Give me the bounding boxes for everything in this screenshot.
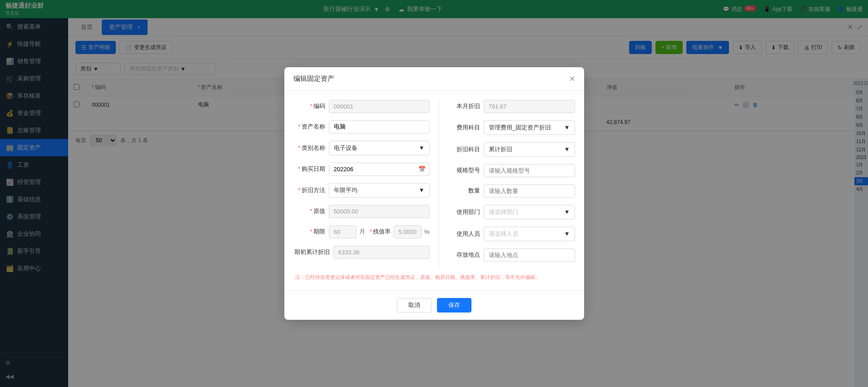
expense-subject-group: 费用科目 管理费用_固定资产折旧 ▼ <box>448 120 575 135</box>
modal-header: 编辑固定资产 ✕ <box>284 67 584 91</box>
modal-overlay[interactable]: 编辑固定资产 ✕ *编码 *资产名称 <box>0 0 868 387</box>
modal-title: 编辑固定资产 <box>293 74 334 83</box>
name-input[interactable] <box>329 120 430 134</box>
code-input[interactable] <box>329 100 430 113</box>
code-group: *编码 <box>293 100 430 113</box>
category-group: *类别名称 电子设备 ▼ <box>293 141 430 155</box>
location-group: 存放地点 <box>448 248 575 262</box>
calendar-icon[interactable]: 📅 <box>415 163 429 175</box>
period-group: *期限 月 *残值率 % <box>293 225 430 238</box>
modal-body: *编码 *资产名称 *类别名称 <box>284 91 584 291</box>
dept-select[interactable]: 请选择部门 ▼ <box>484 205 575 219</box>
dep-subject-group: 折旧科目 累计折旧 ▼ <box>448 142 575 157</box>
user-label: 使用人员 <box>448 230 480 238</box>
monthly-dep-group: 本月折旧 <box>448 100 575 113</box>
user-row: 使用人员 请选择人员 ▼ <box>448 227 575 241</box>
category-label: *类别名称 <box>293 144 325 152</box>
dep-subject-select[interactable]: 累计折旧 ▼ <box>484 142 575 157</box>
expense-subject-chevron-icon: ▼ <box>564 124 570 131</box>
user-select[interactable]: 请选择人员 ▼ <box>484 227 575 241</box>
original-value-label: *原值 <box>293 207 325 215</box>
dep-subject-row: 折旧科目 累计折旧 ▼ <box>448 142 575 157</box>
save-button[interactable]: 保存 <box>437 298 471 313</box>
expense-subject-label: 费用科目 <box>448 124 480 132</box>
residual-rate-input[interactable] <box>393 225 422 238</box>
category-select[interactable]: 电子设备 ▼ <box>329 141 430 155</box>
period-row: *期限 月 *残值率 % <box>293 225 430 238</box>
dept-label: 使用部门 <box>448 208 480 216</box>
location-input[interactable] <box>484 248 575 262</box>
monthly-dep-input <box>484 100 575 113</box>
dept-row: 使用部门 请选择部门 ▼ <box>448 205 575 219</box>
purchase-date-row: *购买日期 📅 <box>293 163 430 176</box>
location-row: 存放地点 <box>448 248 575 262</box>
dep-method-chevron-icon: ▼ <box>419 187 425 194</box>
name-label: *资产名称 <box>293 123 325 131</box>
purchase-date-group: *购买日期 📅 <box>293 163 430 176</box>
name-group: *资产名称 <box>293 120 430 134</box>
period-label: *期限 <box>293 228 325 236</box>
category-row: *类别名称 电子设备 ▼ <box>293 141 430 155</box>
modal-close-icon[interactable]: ✕ <box>569 74 575 83</box>
modal-note: 注：已经存在变更记录或者对应固定资产已经生成凭证，原值、购买日期、残值率、累计折… <box>293 273 575 282</box>
user-chevron-icon: ▼ <box>564 230 570 237</box>
initial-acc-dep-input[interactable] <box>333 246 430 259</box>
quantity-label: 数量 <box>448 187 480 195</box>
location-label: 存放地点 <box>448 251 480 259</box>
period-input[interactable] <box>329 225 357 238</box>
edit-asset-modal: 编辑固定资产 ✕ *编码 *资产名称 <box>284 67 584 320</box>
period-inline: 月 *残值率 % <box>329 225 430 238</box>
cancel-button[interactable]: 取消 <box>397 298 432 313</box>
quantity-row: 数量 <box>448 184 575 198</box>
modal-left-column: *编码 *资产名称 *类别名称 <box>293 100 430 269</box>
user-group: 使用人员 请选择人员 ▼ <box>448 227 575 241</box>
modal-columns: *编码 *资产名称 *类别名称 <box>293 100 575 269</box>
initial-acc-dep-row: 期初累计折旧 <box>293 246 430 259</box>
dept-chevron-icon: ▼ <box>564 208 570 215</box>
original-value-row: *原值 <box>293 205 430 218</box>
spec-model-label: 规格型号 <box>448 166 480 174</box>
spec-model-group: 规格型号 <box>448 164 575 177</box>
expense-subject-row: 费用科目 管理费用_固定资产折旧 ▼ <box>448 120 575 135</box>
modal-footer: 取消 保存 <box>284 290 584 320</box>
quantity-input[interactable] <box>484 184 575 198</box>
residual-rate-label: *残值率 <box>370 228 391 236</box>
code-label: *编码 <box>293 102 325 110</box>
date-input-wrapper: 📅 <box>329 163 430 176</box>
code-row: *编码 <box>293 100 430 113</box>
dep-method-select[interactable]: 年限平均 ▼ <box>329 183 430 198</box>
monthly-dep-label: 本月折旧 <box>448 102 480 110</box>
spec-model-input[interactable] <box>484 164 575 177</box>
monthly-dep-row: 本月折旧 <box>448 100 575 113</box>
dep-method-row: *折旧方法 年限平均 ▼ <box>293 183 430 198</box>
dep-subject-label: 折旧科目 <box>448 145 480 154</box>
original-value-input[interactable] <box>329 205 430 218</box>
expense-subject-select[interactable]: 管理费用_固定资产折旧 ▼ <box>484 120 575 135</box>
modal-divider <box>439 100 439 269</box>
purchase-date-input[interactable] <box>329 163 415 175</box>
category-chevron-icon: ▼ <box>419 144 425 151</box>
modal-right-column: 本月折旧 费用科目 管理费用_固定资产折旧 ▼ <box>448 100 575 269</box>
purchase-date-label: *购买日期 <box>293 165 325 173</box>
quantity-group: 数量 <box>448 184 575 198</box>
name-row: *资产名称 <box>293 120 430 134</box>
initial-acc-dep-group: 期初累计折旧 <box>293 246 430 259</box>
dep-method-label: *折旧方法 <box>293 186 325 194</box>
dept-group: 使用部门 请选择部门 ▼ <box>448 205 575 219</box>
dep-method-group: *折旧方法 年限平均 ▼ <box>293 183 430 198</box>
initial-acc-dep-label: 期初累计折旧 <box>293 248 330 256</box>
original-value-group: *原值 <box>293 205 430 218</box>
dep-subject-chevron-icon: ▼ <box>564 146 570 153</box>
spec-model-row: 规格型号 <box>448 164 575 177</box>
